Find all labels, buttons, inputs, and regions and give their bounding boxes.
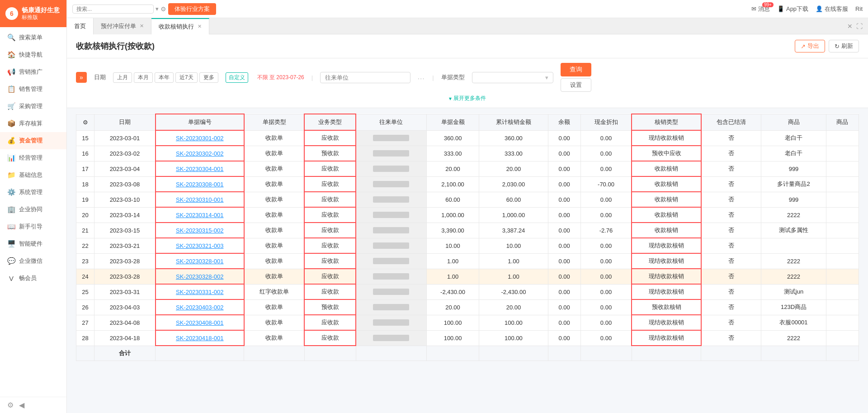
cell-7: 1.00 bbox=[479, 269, 548, 284]
cell-2[interactable]: SK-20230331-002 bbox=[156, 284, 244, 299]
date-btn-3[interactable]: 近7天 bbox=[175, 72, 198, 83]
doc-no-link[interactable]: SK-20230302-002 bbox=[176, 150, 224, 157]
collapse-icon[interactable]: ◀ bbox=[19, 401, 24, 409]
cell-2[interactable]: SK-20230302-002 bbox=[156, 146, 244, 161]
expand-more-link[interactable]: ▾ 展开更多条件 bbox=[449, 95, 486, 102]
sidebar-item-marketing[interactable]: 📢营销推广 bbox=[0, 63, 66, 81]
cell-2[interactable]: SK-20230310-001 bbox=[156, 192, 244, 207]
doc-no-link[interactable]: SK-20230321-003 bbox=[176, 242, 224, 249]
cell-2[interactable]: SK-20230328-002 bbox=[156, 269, 244, 284]
refresh-btn[interactable]: ↻ 刷新 bbox=[829, 40, 859, 52]
tab-home[interactable]: 首页 bbox=[67, 18, 94, 34]
close-tab-icon[interactable]: ✕ bbox=[847, 23, 853, 30]
cell-11: 否 bbox=[701, 192, 761, 207]
cell-3: 收款单 bbox=[244, 223, 305, 238]
settings-icon[interactable]: ⚙ bbox=[7, 401, 14, 409]
sidebar-item-basic-info[interactable]: 📁基础信息 bbox=[0, 166, 66, 184]
sidebar-item-quick-nav[interactable]: 🏠快捷导航 bbox=[0, 46, 66, 63]
sidebar-item-inventory[interactable]: 📦库存核算 bbox=[0, 115, 66, 132]
logo-text: 畅康通好生意 标推版 bbox=[22, 6, 60, 21]
table-row: 202023-03-14SK-20230314-001收款单应收款1,000.0… bbox=[76, 207, 859, 223]
tab-close-prepay-list[interactable]: ✕ bbox=[140, 23, 144, 29]
tab-receipt-verify[interactable]: 收款核销执行✕ bbox=[151, 18, 209, 34]
cell-2[interactable]: SK-20230308-001 bbox=[156, 176, 244, 192]
cell-13 bbox=[826, 330, 859, 346]
cell-12: 2222 bbox=[761, 269, 826, 284]
date-btn-1[interactable]: 本月 bbox=[134, 72, 153, 83]
breadcrumb-input[interactable] bbox=[72, 5, 154, 14]
cell-5 bbox=[356, 130, 426, 146]
app-download-btn[interactable]: 📱 App下载 bbox=[777, 5, 808, 13]
doc-type-select[interactable]: ▾ bbox=[472, 72, 553, 83]
cell-2[interactable]: SK-20230408-001 bbox=[156, 315, 244, 330]
doc-no-link[interactable]: SK-20230408-001 bbox=[176, 319, 224, 326]
doc-no-link[interactable]: SK-20230308-001 bbox=[176, 181, 224, 188]
sidebar-item-member[interactable]: V畅会员 bbox=[0, 270, 66, 287]
col-settings-icon[interactable]: ⚙ bbox=[83, 119, 88, 126]
page-header: 收款核销执行(按收款) ↗ 导出 ↻ 刷新 bbox=[67, 34, 868, 58]
doc-no-link[interactable]: SK-20230314-001 bbox=[176, 212, 224, 218]
date-btn-4[interactable]: 更多 bbox=[199, 72, 218, 83]
messages-btn[interactable]: ✉ 消息 99+ bbox=[751, 5, 770, 13]
cell-1: 2023-04-08 bbox=[94, 315, 156, 330]
cell-8: 0.00 bbox=[548, 315, 580, 330]
th-col-6: 单据金额 bbox=[426, 114, 479, 130]
date-btn-2[interactable]: 本年 bbox=[155, 72, 174, 83]
sidebar-item-guide[interactable]: 📖新手引导 bbox=[0, 218, 66, 235]
cell-6: 1,000.00 bbox=[426, 207, 479, 223]
doc-no-link[interactable]: SK-20230403-002 bbox=[176, 304, 224, 311]
cell-2[interactable]: SK-20230315-002 bbox=[156, 223, 244, 238]
online-support-btn[interactable]: 👤 在线客服 bbox=[816, 5, 848, 13]
filter-expand-btn[interactable]: » bbox=[76, 72, 87, 83]
sidebar-item-search-menu[interactable]: 🔍搜索菜单 bbox=[0, 29, 66, 46]
filter-date-custom[interactable]: 自定义 bbox=[226, 72, 248, 83]
settings-gear-icon[interactable]: ⚙ bbox=[160, 5, 166, 13]
filter-setting-btn[interactable]: 设置 bbox=[561, 78, 591, 92]
cell-2[interactable]: SK-20230314-001 bbox=[156, 207, 244, 223]
doc-no-link[interactable]: SK-20230310-001 bbox=[176, 196, 224, 203]
cell-2[interactable]: SK-20230304-001 bbox=[156, 161, 244, 176]
doc-no-link[interactable]: SK-20230301-002 bbox=[176, 135, 224, 142]
date-btn-0[interactable]: 上月 bbox=[113, 72, 132, 83]
cell-3: 收款单 bbox=[244, 330, 305, 346]
more-conditions-dots[interactable]: ... bbox=[418, 74, 425, 81]
sidebar-item-enterprise[interactable]: 🏢企业协同 bbox=[0, 201, 66, 218]
user-info[interactable]: Rit bbox=[855, 5, 863, 12]
cell-2[interactable]: SK-20230403-002 bbox=[156, 299, 244, 315]
cell-2[interactable]: SK-20230301-002 bbox=[156, 130, 244, 146]
sidebar-item-wechat[interactable]: 💬企业微信 bbox=[0, 252, 66, 270]
expand-icon: ▾ bbox=[449, 95, 452, 102]
th-col-4: 业务类型 bbox=[304, 114, 356, 130]
tab-prepay-list[interactable]: 预付冲应付单✕ bbox=[94, 18, 151, 34]
doc-no-link[interactable]: SK-20230328-002 bbox=[176, 273, 224, 280]
doc-no-link[interactable]: SK-20230304-001 bbox=[176, 166, 224, 172]
sidebar-item-hardware[interactable]: 🖥️智能硬件 bbox=[0, 235, 66, 252]
sidebar-item-sales[interactable]: 📋销售管理 bbox=[0, 81, 66, 98]
partner-input[interactable] bbox=[320, 72, 410, 83]
nav-icon-basic-info: 📁 bbox=[7, 171, 15, 179]
cell-0: 20 bbox=[76, 207, 94, 223]
doc-no-link[interactable]: SK-20230331-002 bbox=[176, 289, 224, 295]
restore-tab-icon[interactable]: ⛶ bbox=[856, 23, 863, 30]
tab-close-receipt-verify[interactable]: ✕ bbox=[198, 24, 202, 29]
cell-2[interactable]: SK-20230321-003 bbox=[156, 238, 244, 253]
doc-no-link[interactable]: SK-20230418-001 bbox=[176, 335, 224, 342]
doc-no-link[interactable]: SK-20230315-002 bbox=[176, 227, 224, 234]
doc-no-link[interactable]: SK-20230328-001 bbox=[176, 258, 224, 265]
cell-4: 应收款 bbox=[304, 269, 356, 284]
cell-4: 预收款 bbox=[304, 146, 356, 161]
cell-9: 0.00 bbox=[580, 299, 632, 315]
sidebar-item-system[interactable]: ⚙️系统管理 bbox=[0, 184, 66, 201]
query-btn[interactable]: 查询 bbox=[561, 63, 591, 76]
sidebar-item-purchase[interactable]: 🛒采购管理 bbox=[0, 98, 66, 115]
industry-btn[interactable]: 体验行业方案 bbox=[168, 3, 216, 15]
sidebar-item-operation[interactable]: 📊经营管理 bbox=[0, 149, 66, 166]
cell-2[interactable]: SK-20230418-001 bbox=[156, 330, 244, 346]
cell-8: 0.00 bbox=[548, 176, 580, 192]
cell-10: 收款核销 bbox=[632, 223, 701, 238]
export-btn[interactable]: ↗ 导出 bbox=[795, 40, 825, 52]
sidebar-item-finance[interactable]: 💰资金管理 bbox=[0, 132, 66, 149]
cell-1: 2023-03-10 bbox=[94, 192, 156, 207]
cell-2[interactable]: SK-20230328-001 bbox=[156, 253, 244, 269]
cell-6: 20.00 bbox=[426, 299, 479, 315]
